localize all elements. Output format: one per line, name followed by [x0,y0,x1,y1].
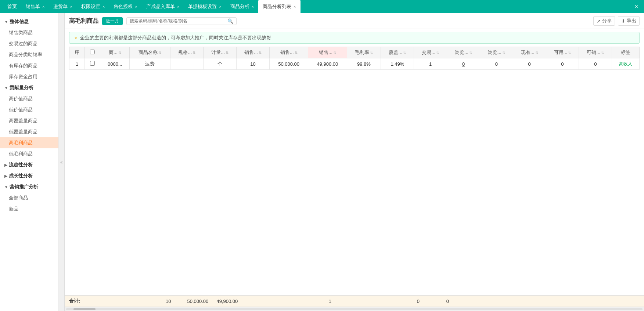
col-name[interactable]: 商品名称⇅ [130,47,170,58]
select-all-checkbox[interactable] [90,50,95,54]
search-icon[interactable]: 🔍 [227,18,233,24]
content-area: 高毛利商品 近一月 🔍 ↗ 分享 ⬇ 导出 ✧ 企业的主要的利润都是这部分 [65,13,644,311]
cell-views1[interactable]: 0 [447,58,480,70]
row-checkbox[interactable] [90,61,95,66]
nav-template[interactable]: 单据模板设置 × [184,0,226,13]
close-window-button[interactable]: × [632,3,641,10]
cell-unit: 个 [204,58,237,70]
cell-tag: 高收入 [612,58,640,70]
close-template-tab[interactable]: × [219,4,221,9]
sidebar-item-traded-goods[interactable]: 交易过的商品 [0,38,58,49]
arrow-contribution: ▼ [4,86,8,90]
close-goods-analysis-tab[interactable]: × [252,4,254,9]
content-header: 高毛利商品 近一月 🔍 ↗ 分享 ⬇ 导出 [65,13,644,29]
cell-available-stock: 0 [546,58,579,70]
search-input[interactable] [130,18,227,23]
sidebar-group-contribution[interactable]: ▼ 贡献量分析 [0,82,58,93]
cell-gross-margin: 99.8% [347,58,381,70]
col-spec[interactable]: 规格...⇅ [170,47,204,58]
cell-name[interactable]: 运费 [130,58,170,70]
footer-label: 合计: [69,298,80,304]
nav-home[interactable]: 首页 [3,0,21,13]
horizontal-scrollbar[interactable] [65,307,644,311]
col-sales-cost[interactable]: 销售...⇅ [308,47,347,58]
cell-trade-count: 1 [414,58,447,70]
col-gross-margin[interactable]: 毛利率⇅ [347,47,381,58]
main-layout: ▼ 整体信息 销售类商品 交易过的商品 商品分类助销率 有库存的商品 库存资金占… [0,13,644,311]
sidebar-item-new-goods[interactable]: 新品 [0,203,58,214]
export-button[interactable]: ⬇ 导出 [618,16,640,26]
col-sellable-stock[interactable]: 可销...⇅ [579,47,612,58]
sidebar-item-in-stock[interactable]: 有库存的商品 [0,60,58,71]
col-unit[interactable]: 计量...⇅ [204,47,237,58]
cell-checkbox[interactable] [85,58,100,70]
col-code[interactable]: 商...⇅ [100,47,130,58]
footer-sales-qty-val: 10 [154,299,183,304]
col-available-stock[interactable]: 可用...⇅ [546,47,579,58]
col-tag[interactable]: 标签 [612,47,640,58]
sidebar-item-sales-goods[interactable]: 销售类商品 [0,27,58,38]
sidebar-item-low-coverage[interactable]: 低覆盖量商品 [0,126,58,137]
nav-goods-analysis-list[interactable]: 商品分析列表 × [258,0,300,13]
time-filter-button[interactable]: 近一月 [102,17,123,25]
col-checkbox[interactable] [85,47,100,58]
sidebar-item-high-value[interactable]: 高价值商品 [0,93,58,104]
close-sales-tab[interactable]: × [42,4,44,9]
sidebar-group-trend[interactable]: ▶ 流趋性分析 [0,159,58,170]
nav-role[interactable]: 角色授权 × [109,0,141,13]
footer-coverage [286,299,315,304]
nav-permission[interactable]: 权限设置 × [77,0,109,13]
sidebar-group-growth[interactable]: ▶ 成长性分析 [0,170,58,181]
footer-cells: 10 50,000.00 49,900.00 1 0 0 [87,299,640,304]
cell-views2: 0 [480,58,513,70]
col-sales-qty[interactable]: 销售...⇅ [237,47,270,58]
nav-product-warehouse[interactable]: 产成品入库单 × [142,0,184,13]
col-sales-amount[interactable]: 销售...⇅ [269,47,308,58]
col-trade-count[interactable]: 交易...⇅ [414,47,447,58]
cell-sales-cost: 49,900.00 [308,58,347,70]
share-icon: ↗ [597,18,601,24]
close-role-tab[interactable]: × [135,4,137,9]
nav-purchase[interactable]: 进货单 × [49,0,76,13]
arrow-overall: ▼ [4,20,8,24]
sidebar-item-high-coverage[interactable]: 高覆盖量商品 [0,115,58,126]
close-permission-tab[interactable]: × [102,4,105,9]
sidebar-toggle[interactable]: « [59,13,65,311]
close-goods-list-tab[interactable]: × [294,4,296,9]
sidebar-group-marketing[interactable]: ▼ 营销推广分析 [0,181,58,192]
sidebar-item-all-goods[interactable]: 全部商品 [0,192,58,203]
sidebar-item-low-margin[interactable]: 低毛利商品 [0,148,58,159]
cell-current-stock: 0 [513,58,546,70]
close-purchase-tab[interactable]: × [70,4,72,9]
footer-views1 [345,299,374,304]
cell-sales-amount: 50,000.00 [269,58,308,70]
sidebar-item-high-margin[interactable]: 高毛利商品 [0,137,58,148]
sidebar-item-low-value[interactable]: 低价值商品 [0,104,58,115]
close-product-warehouse-tab[interactable]: × [177,4,179,9]
scrollbar-thumb[interactable] [73,308,96,310]
sidebar-item-stock-fund[interactable]: 库存资金占用 [0,71,58,82]
cell-index: 1 [69,58,85,70]
nav-sales[interactable]: 销售单 × [21,0,49,13]
footer-views2 [374,299,403,304]
cell-sellable-stock: 0 [579,58,612,70]
table-row: 1 0000... 运费 个 10 50,000.00 49,900.00 99… [69,58,640,70]
col-current-stock[interactable]: 现有...⇅ [513,47,546,58]
page-title: 高毛利商品 [69,17,98,25]
footer-sales-amount: 50,000.00 [183,299,212,304]
arrow-trend: ▶ [4,163,7,167]
col-index: 序 [69,47,85,58]
footer-sales-qty [87,299,154,304]
share-button[interactable]: ↗ 分享 [593,16,615,26]
nav-goods-analysis[interactable]: 商品分析 × [226,0,258,13]
col-views2[interactable]: 浏览...⇅ [480,47,513,58]
info-banner: ✧ 企业的主要的利润都是这部分商品创造的，可考虑加大推广，同时关注库存是不要出现… [69,32,640,44]
cell-code[interactable]: 0000... [100,58,130,70]
sidebar-group-overall[interactable]: ▼ 整体信息 [0,16,58,27]
sidebar-item-category-rate[interactable]: 商品分类助销率 [0,49,58,60]
scrollbar-track[interactable] [66,308,643,310]
col-coverage[interactable]: 覆盖...⇅ [381,47,414,58]
col-views1[interactable]: 浏览...⇅ [447,47,480,58]
arrow-growth: ▶ [4,174,7,178]
cell-spec [170,58,204,70]
